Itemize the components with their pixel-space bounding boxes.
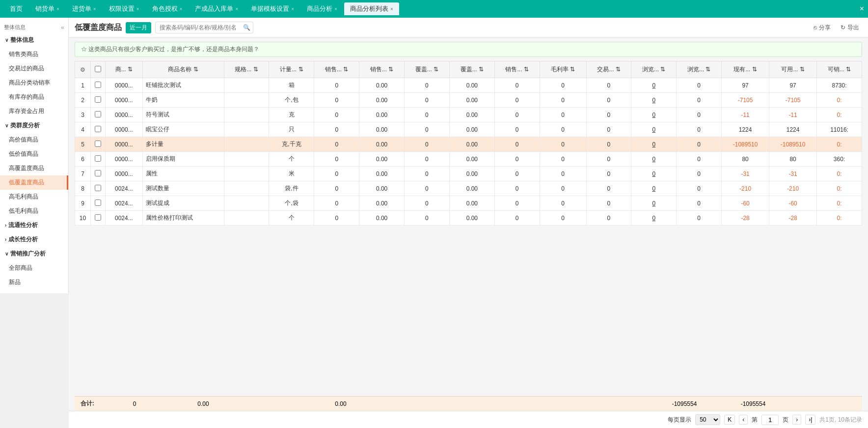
close-template-tab[interactable]: ×	[291, 6, 294, 12]
sort-cover1[interactable]: 覆盖... ⇅	[407, 65, 446, 74]
cell-checkbox[interactable]	[91, 78, 106, 93]
cell-checkbox[interactable]	[91, 167, 106, 181]
th-trade[interactable]: 交易... ⇅	[586, 61, 631, 78]
sort-stock-avail[interactable]: 可用... ⇅	[772, 65, 814, 74]
th-sales3[interactable]: 销售... ⇅	[494, 61, 540, 78]
cell-name[interactable]: 眠宝公仔	[142, 122, 224, 137]
nav-tab-purchase[interactable]: 进货单 ×	[66, 2, 102, 15]
sidebar-item-all-goods[interactable]: 全部商品	[0, 261, 68, 275]
th-sales-qty[interactable]: 销售... ⇅	[314, 61, 359, 78]
sidebar-item-high-coverage[interactable]: 高覆盖度商品	[0, 161, 68, 175]
cell-checkbox[interactable]	[91, 181, 106, 196]
cell-name[interactable]: 测试提成	[142, 196, 224, 211]
first-page-btn[interactable]: K	[724, 415, 735, 425]
sort-spec[interactable]: 规格... ⇅	[227, 65, 266, 74]
th-spec[interactable]: 规格... ⇅	[224, 61, 269, 78]
th-cover1[interactable]: 覆盖... ⇅	[405, 61, 450, 78]
th-name[interactable]: 商品名称 ⇅	[142, 61, 224, 78]
cell-view1[interactable]: 0	[631, 78, 677, 93]
sort-name[interactable]: 商品名称 ⇅	[146, 65, 221, 74]
sort-sales-qty[interactable]: 销售... ⇅	[317, 65, 356, 74]
th-sales-amt[interactable]: 销售... ⇅	[359, 61, 405, 78]
cell-name[interactable]: 启用保质期	[142, 152, 224, 167]
cell-checkbox[interactable]	[91, 211, 106, 226]
cell-checkbox[interactable]	[91, 93, 106, 108]
sort-stock-cur[interactable]: 现有... ⇅	[725, 65, 766, 74]
th-unit[interactable]: 计量... ⇅	[269, 61, 314, 78]
sort-view1[interactable]: 浏览... ⇅	[634, 65, 673, 74]
cell-checkbox[interactable]	[91, 108, 106, 122]
sidebar-group-overall[interactable]: ∨ 整体信息	[0, 33, 68, 47]
cell-checkbox[interactable]	[91, 137, 106, 152]
th-stock-cur[interactable]: 现有... ⇅	[722, 61, 769, 78]
period-button[interactable]: 近一月	[126, 22, 151, 33]
cell-view1[interactable]: 0	[631, 181, 677, 196]
cell-view1[interactable]: 0	[631, 122, 677, 137]
cell-view1[interactable]: 0	[631, 152, 677, 167]
sort-sales3[interactable]: 销售... ⇅	[498, 65, 537, 74]
table-wrapper[interactable]: ⚙ 商... ⇅ 商品名称 ⇅ 规格... ⇅	[75, 61, 862, 396]
sort-view2[interactable]: 浏览... ⇅	[679, 65, 718, 74]
sort-stock-sale[interactable]: 可销... ⇅	[820, 65, 859, 74]
th-checkbox[interactable]	[91, 61, 106, 78]
th-stock-avail[interactable]: 可用... ⇅	[769, 61, 817, 78]
cell-name[interactable]: 符号测试	[142, 108, 224, 122]
nav-tab-product[interactable]: 产成品入库单 ×	[189, 2, 244, 15]
nav-tab-permission[interactable]: 权限设置 ×	[103, 2, 145, 15]
cell-view1[interactable]: 0	[631, 93, 677, 108]
close-product-tab[interactable]: ×	[235, 6, 238, 12]
export-button[interactable]: ↻ 导出	[838, 22, 862, 33]
sidebar-item-sales-goods[interactable]: 销售类商品	[0, 47, 68, 61]
cell-checkbox[interactable]	[91, 122, 106, 137]
cell-checkbox[interactable]	[91, 152, 106, 167]
sidebar-item-high-value[interactable]: 高价值商品	[0, 133, 68, 147]
close-analysis-tab[interactable]: ×	[334, 6, 337, 12]
sort-gross[interactable]: 毛利率 ⇅	[543, 65, 583, 74]
close-role-tab[interactable]: ×	[180, 6, 183, 12]
sidebar-item-low-coverage[interactable]: 低覆盖度商品	[0, 175, 68, 190]
sidebar-group-liquidity[interactable]: › 流通性分析	[0, 218, 68, 232]
sort-trade[interactable]: 交易... ⇅	[590, 65, 628, 74]
next-page-btn[interactable]: ›	[792, 415, 801, 425]
nav-tab-analysis[interactable]: 商品分析 ×	[301, 2, 343, 15]
nav-tab-home[interactable]: 首页	[4, 2, 28, 15]
sidebar-group-marketing[interactable]: ∨ 营销推广分析	[0, 247, 68, 261]
cell-checkbox[interactable]	[91, 196, 106, 211]
page-input[interactable]	[761, 415, 779, 425]
sort-cover2[interactable]: 覆盖... ⇅	[453, 65, 491, 74]
close-purchase-tab[interactable]: ×	[93, 6, 96, 12]
th-gross[interactable]: 毛利率 ⇅	[540, 61, 586, 78]
search-input[interactable]	[155, 22, 253, 33]
last-page-btn[interactable]: ›|	[805, 415, 815, 425]
settings-icon[interactable]: ⚙	[80, 66, 85, 73]
close-all-tabs[interactable]: ×	[860, 4, 864, 13]
th-settings[interactable]: ⚙	[75, 61, 91, 78]
cell-view1[interactable]: 0	[631, 137, 677, 152]
sidebar-group-cluster[interactable]: ∨ 类群度分析	[0, 118, 68, 133]
sidebar-item-stock-capital[interactable]: 库存资金占用	[0, 104, 68, 118]
sidebar-item-low-margin[interactable]: 低毛利商品	[0, 204, 68, 218]
share-button[interactable]: ⎋ 分享	[811, 22, 834, 33]
cell-view1[interactable]: 0	[631, 167, 677, 181]
close-permission-tab[interactable]: ×	[136, 6, 139, 12]
sort-code[interactable]: 商... ⇅	[108, 65, 139, 74]
nav-tab-analysis-list[interactable]: 商品分析列表 ×	[344, 2, 399, 15]
sidebar-item-new-goods[interactable]: 新品	[0, 275, 68, 289]
th-code[interactable]: 商... ⇅	[106, 61, 143, 78]
sidebar-item-high-margin[interactable]: 高毛利商品	[0, 190, 68, 204]
th-cover2[interactable]: 覆盖... ⇅	[449, 61, 494, 78]
nav-tab-template[interactable]: 单据模板设置 ×	[245, 2, 300, 15]
cell-name[interactable]: 测试数量	[142, 181, 224, 196]
nav-tab-sales[interactable]: 销货单 ×	[29, 2, 65, 15]
sort-sales-amt[interactable]: 销售... ⇅	[362, 65, 401, 74]
sidebar-item-low-value[interactable]: 低价值商品	[0, 147, 68, 161]
sidebar-group-growth[interactable]: › 成长性分析	[0, 232, 68, 247]
th-view1[interactable]: 浏览... ⇅	[631, 61, 677, 78]
close-sales-tab[interactable]: ×	[56, 6, 59, 12]
cell-view1[interactable]: 0	[631, 196, 677, 211]
close-analysis-list-tab[interactable]: ×	[390, 6, 393, 12]
sidebar-item-stocked-goods[interactable]: 有库存的商品	[0, 90, 68, 104]
sidebar-item-traded-goods[interactable]: 交易过的商品	[0, 61, 68, 76]
sidebar-item-category-rate[interactable]: 商品分类动销率	[0, 76, 68, 90]
cell-view1[interactable]: 0	[631, 108, 677, 122]
